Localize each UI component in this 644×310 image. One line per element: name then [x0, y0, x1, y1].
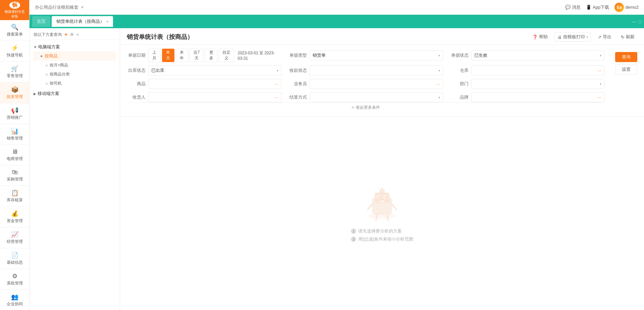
type-select[interactable]: 销货单 ▾ [310, 50, 443, 60]
help-btn[interactable]: ❓ 帮助 [530, 33, 550, 41]
left-panel-header: 按以下方案查询 + ⚙ « [30, 28, 120, 40]
industry-dropdown-icon[interactable]: ▾ [81, 5, 84, 10]
search-icon: 🔍 [11, 23, 18, 31]
scheme-item-bygoods[interactable]: ● 按商品 [34, 51, 116, 61]
payment-dropdown-icon: ▾ [438, 69, 440, 72]
marketing-icon: 📢 [11, 107, 18, 114]
empty-illustration [362, 183, 402, 223]
tab-maximize-btn[interactable]: □ [639, 19, 641, 24]
export-label: 导出 [603, 34, 611, 40]
scheme-item-category[interactable]: ≡ 按商品分类 [34, 70, 116, 79]
collapse-bar[interactable]: ∧ 收起更多条件 [127, 102, 604, 112]
receiver-input[interactable]: ··· [148, 92, 281, 102]
scheme-group-pc-header[interactable]: ▼ 电脑端方案 [34, 43, 116, 51]
date-btn-lastmonth[interactable]: 上月 [148, 49, 161, 62]
status-select[interactable]: 已生效 ▾ [471, 50, 604, 60]
tip-text-1: 请先选择要分析的方案 [358, 228, 402, 234]
settlement-select[interactable]: ▾ [310, 92, 443, 102]
content-area: 按以下方案查询 + ⚙ « ▼ 电脑端方案 ● 按商品 ≡ [30, 28, 644, 310]
warehouse-input[interactable]: ··· [471, 65, 604, 75]
date-btn-thismonth[interactable]: 本月 [162, 49, 174, 62]
sales-icon: 📊 [11, 127, 18, 135]
print-label: 按模板打印 [563, 34, 585, 40]
goods-input[interactable]: ··· [148, 79, 281, 89]
brand-input[interactable]: ··· [471, 92, 604, 102]
date-btn-7days[interactable]: 近7天 [190, 49, 204, 62]
brand-dots: ··· [597, 95, 601, 100]
sidebar-item-retail[interactable]: 🛒 零售管理 [0, 62, 29, 83]
sidebar-item-purchase[interactable]: 🛍 采购管理 [0, 165, 29, 186]
sidebar-item-system[interactable]: ⚙ 系统管理 [0, 269, 29, 290]
status-label: 单据状态 [450, 52, 471, 58]
sidebar-item-wholesale[interactable]: 📦 批发管理 [0, 83, 29, 103]
sidebar-item-marketing[interactable]: 📢 营销推广 [0, 103, 29, 124]
driver-label: 按司机 [50, 81, 62, 86]
sidebar-item-ecommerce[interactable]: 🖥 电商管理 [0, 145, 29, 165]
tab-minimize-btn[interactable]: — [632, 19, 636, 24]
tab-active[interactable]: 销货单统计表（按商品） × [52, 16, 113, 27]
brand-filter-cell: 品牌 ··· [450, 92, 604, 102]
sidebar-item-collab[interactable]: 👥 企业协同 [0, 290, 29, 310]
add-scheme-btn[interactable]: + [64, 32, 67, 38]
print-btn[interactable]: 🖨 按模板打印 ▾ [554, 32, 591, 42]
scheme-settings-btn[interactable]: ⚙ [70, 32, 74, 37]
refresh-btn[interactable]: ↻ 刷新 [618, 33, 637, 41]
settlement-filter-cell: 结算方式 ▾ [288, 92, 443, 102]
date-btn-thisyear[interactable]: 本年 [176, 49, 188, 62]
tab-close-icon[interactable]: × [106, 19, 108, 23]
date-btn-custom[interactable]: 自定义 [219, 49, 234, 62]
date-label: 单据日期 [127, 52, 148, 58]
left-panel-collapse-btn[interactable]: « [76, 32, 79, 37]
driver-icon: ≡ [46, 82, 48, 86]
storage-select[interactable]: 已出库 ▾ [148, 65, 281, 75]
sidebar-item-quicknav[interactable]: ⚡ 快捷导航 [0, 41, 29, 62]
scheme-item-driver[interactable]: ≡ 按司机 [34, 79, 116, 88]
help-label: 帮助 [539, 34, 548, 40]
sidebar-item-basic[interactable]: 📄 基础信息 [0, 248, 29, 269]
help-icon: ❓ [532, 35, 538, 40]
sidebar-item-finance[interactable]: 💰 资金管理 [0, 207, 29, 227]
settlement-dropdown-icon: ▾ [438, 96, 440, 99]
category-icon: ≡ [46, 72, 48, 76]
payment-select[interactable]: ▾ [310, 65, 443, 75]
scheme-group-mobile-header[interactable]: ▶ 移动端方案 [34, 89, 116, 98]
export-btn[interactable]: ↗ 导出 [595, 33, 614, 41]
sidebar-item-search[interactable]: 🔍 搜索菜单 [0, 20, 29, 41]
mobile-scheme-label: 移动端方案 [38, 91, 59, 97]
sidebar-label-retail: 零售管理 [7, 73, 23, 79]
date-filter-cell: 单据日期 上月 本月 本年 近7天 更多 自定义 20 [127, 49, 281, 62]
goods-label: 商品 [127, 81, 148, 87]
monthgoods-icon: ≡ [46, 63, 48, 67]
pc-scheme-label: 电脑端方案 [38, 44, 60, 50]
scheme-item-monthgoods[interactable]: ≡ 按月+商品 [34, 61, 116, 70]
sidebar-item-inventory[interactable]: 📋 库存核算 [0, 186, 29, 207]
message-btn[interactable]: 💬 消息 [565, 4, 581, 10]
main-area: 办公用品行业模拟账套 ▾ 💬 消息 📱 App下载 Ea demo2 首页 [30, 0, 644, 310]
scheme-section: ▼ 电脑端方案 ● 按商品 ≡ 按月+商品 ≡ 按商品分类 [30, 40, 120, 102]
print-dropdown-icon[interactable]: ▾ [586, 35, 588, 39]
app-download-btn[interactable]: 📱 App下载 [586, 4, 609, 10]
settings-button[interactable]: 设置 [615, 64, 637, 75]
salesman-input[interactable]: ··· [310, 79, 443, 89]
tab-home[interactable]: 首页 [32, 16, 50, 27]
mobile-group-toggle: ▶ [34, 92, 36, 96]
sidebar-label-inventory: 库存核算 [7, 197, 23, 203]
settlement-label: 结算方式 [288, 94, 310, 100]
salesman-label: 业务员 [288, 81, 310, 87]
sidebar-label-basic: 基础信息 [7, 260, 23, 265]
sidebar-label-system: 系统管理 [7, 280, 23, 286]
receiver-filter-cell: 收货人 ··· [127, 92, 281, 102]
collapse-label: ∧ 收起更多条件 [351, 105, 380, 110]
user-area[interactable]: Ea demo2 [614, 3, 639, 12]
date-btn-more[interactable]: 更多 [205, 49, 217, 62]
dept-select[interactable]: ▾ [471, 79, 604, 89]
type-label: 单据类型 [288, 52, 310, 58]
type-dropdown-icon: ▾ [438, 54, 440, 57]
query-button[interactable]: 查询 [615, 52, 637, 62]
logo-area: 畅 畅捷通好生意 标版 [0, 0, 29, 20]
sidebar-item-sales[interactable]: 📊 销售管理 [0, 124, 29, 145]
system-icon: ⚙ [12, 272, 17, 280]
sidebar-item-operations[interactable]: 📈 经营管理 [0, 227, 29, 248]
empty-tips: 1 请先选择要分析的方案 2 用[过滤]条件来缩小分析范围 [351, 228, 413, 244]
sidebar-label-collab: 企业协同 [7, 301, 23, 307]
